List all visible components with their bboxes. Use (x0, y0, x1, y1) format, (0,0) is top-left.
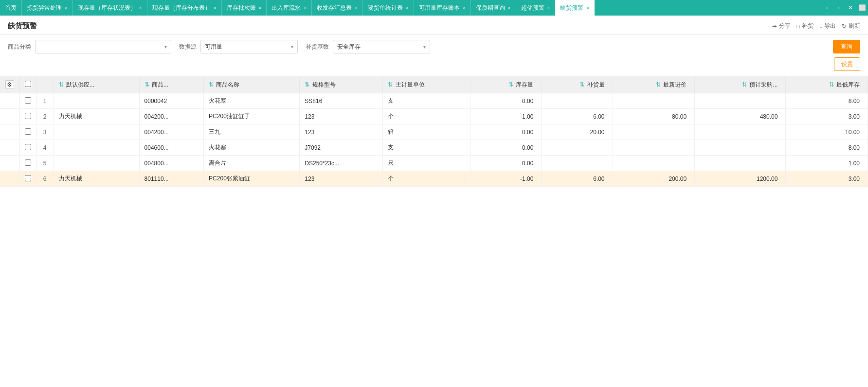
row-checkbox[interactable] (25, 128, 31, 135)
row-min-stock: 8.00 (786, 93, 868, 109)
row-index: 1 (36, 93, 54, 109)
select-all-checkbox[interactable] (25, 81, 31, 87)
row-product-code: 004200... (139, 124, 204, 140)
row-estimated-purchase (695, 140, 786, 156)
table-container: ⚙ ⇅ 默认供应... ⇅ 商品... ⇅ (0, 76, 868, 187)
row-supplier: 力天机械 (54, 171, 139, 187)
close-icon[interactable]: × (406, 5, 409, 11)
close-icon[interactable]: × (304, 5, 307, 11)
close-icon[interactable]: × (214, 5, 217, 11)
tab-inventory-status[interactable]: 现存量（库存状况表） × (73, 0, 147, 16)
tab-nav-actions: ‹ › ✕ ⬜ (821, 4, 868, 11)
row-supplier (54, 140, 139, 156)
row-estimated-purchase: 1200.00 (695, 171, 786, 187)
row-product-code: 0000042 (139, 93, 204, 109)
row-replenish: 6.00 (542, 109, 613, 124)
settings-button[interactable]: 设置 (834, 57, 860, 71)
close-icon[interactable]: × (463, 5, 466, 11)
close-icon[interactable]: × (139, 5, 142, 11)
row-product-name: PC200油缸缸子 (204, 109, 300, 124)
header-actions: ➦ 分享 □ 补货 ↓ 导出 ↻ 刷新 (772, 22, 860, 30)
row-checkbox[interactable] (25, 175, 31, 181)
share-button[interactable]: ➦ 分享 (772, 22, 791, 30)
replenish-base-label: 补货基数 (306, 43, 329, 51)
row-checkbox-cell (19, 93, 36, 109)
table-row: 3 004200... 三九 123 箱 0.00 20.00 10.00 (0, 124, 868, 140)
sort-icon: ⇅ (145, 81, 149, 88)
replenish-button[interactable]: □ 补货 (796, 22, 814, 30)
table-header-row: ⚙ ⇅ 默认供应... ⇅ 商品... ⇅ (0, 76, 868, 93)
sort-icon: ⇅ (388, 81, 393, 88)
close-icon[interactable]: × (586, 5, 589, 11)
close-icon[interactable]: × (355, 5, 358, 11)
row-product-name: 火花塞 (204, 140, 300, 156)
tab-maximize-button[interactable]: ⬜ (856, 4, 868, 11)
row-gear-cell (0, 140, 19, 156)
row-latest-price (613, 93, 695, 109)
row-unit: 只 (383, 156, 470, 171)
close-icon[interactable]: × (508, 5, 511, 11)
tab-overstock[interactable]: 超储预警 × (516, 0, 556, 16)
th-replenish: ⇅ 补货量 (542, 76, 613, 93)
row-checkbox[interactable] (25, 113, 31, 119)
tab-home[interactable]: 首页 (0, 0, 22, 16)
table-body: 1 0000042 火花塞 SS816 支 0.00 8.00 2 力天机械 0… (0, 93, 868, 187)
row-latest-price (613, 124, 695, 140)
close-icon[interactable]: × (259, 5, 262, 11)
row-product-name: 三九 (204, 124, 300, 140)
page-header: 缺货预警 ➦ 分享 □ 补货 ↓ 导出 ↻ 刷新 (0, 16, 868, 35)
row-replenish: 6.00 (542, 171, 613, 187)
row-checkbox-cell (19, 124, 36, 140)
th-product-code: ⇅ 商品... (139, 76, 204, 93)
sort-icon: ⇅ (209, 81, 214, 88)
gear-icon[interactable]: ⚙ (5, 80, 14, 89)
tab-available[interactable]: 可用量库存账本 × (414, 0, 471, 16)
tab-inout[interactable]: 出入库流水 × (267, 0, 312, 16)
row-checkbox-cell (19, 140, 36, 156)
tab-next-button[interactable]: › (833, 4, 845, 11)
table-row: 2 力天机械 004200... PC200油缸缸子 123 个 -1.00 6… (0, 109, 868, 124)
replenish-base-select[interactable]: 安全库存 ▾ (333, 40, 430, 53)
filter-buttons: 查询 (833, 40, 860, 53)
row-latest-price (613, 140, 695, 156)
sort-icon: ⇅ (305, 81, 309, 88)
row-gear-cell (0, 93, 19, 109)
row-unit: 个 (383, 171, 470, 187)
tab-inventory-dist[interactable]: 现存量（库存分布表） × (147, 0, 222, 16)
row-gear-cell (0, 109, 19, 124)
table-row: 6 力天机械 801110... PC200张紧油缸 123 个 -1.00 6… (0, 171, 868, 187)
row-unit: 个 (383, 109, 470, 124)
row-stock: 0.00 (470, 93, 542, 109)
close-icon[interactable]: × (65, 5, 68, 11)
refresh-icon: ↻ (842, 23, 847, 30)
replenish-base-value: 安全库存 (337, 43, 361, 51)
chevron-down-icon: ▾ (164, 44, 167, 50)
row-checkbox[interactable] (25, 97, 31, 104)
refresh-button[interactable]: ↻ 刷新 (842, 22, 860, 30)
row-checkbox[interactable] (25, 144, 31, 150)
row-unit: 箱 (383, 124, 470, 140)
tab-shortage[interactable]: 缺货预警 × (555, 0, 595, 16)
tab-close-button[interactable]: ✕ (845, 4, 856, 11)
tab-prev-button[interactable]: ‹ (821, 4, 833, 11)
export-button[interactable]: ↓ 导出 (819, 22, 836, 30)
row-checkbox-cell (19, 171, 36, 187)
row-index: 4 (36, 140, 54, 156)
query-button[interactable]: 查询 (833, 40, 860, 53)
data-source-select[interactable]: 可用量 ▾ (200, 40, 298, 53)
close-icon[interactable]: × (547, 5, 550, 11)
tab-receive[interactable]: 收发存汇总表 × (312, 0, 363, 16)
tab-batch[interactable]: 库存批次账 × (222, 0, 267, 16)
row-replenish: 20.00 (542, 124, 613, 140)
product-category-select[interactable]: ▾ (35, 40, 171, 53)
table-row: 5 004800... 离合片 DS250*23c... 只 0.00 1.00 (0, 156, 868, 171)
th-gear: ⚙ (0, 76, 19, 93)
tab-demand[interactable]: 要货单统计表 × (363, 0, 414, 16)
data-source-label: 数据源 (179, 43, 197, 51)
tab-abnormal[interactable]: 拣货异常处理 × (22, 0, 73, 16)
th-supplier: ⇅ 默认供应... (54, 76, 139, 93)
row-product-code: 004800... (139, 156, 204, 171)
row-checkbox[interactable] (25, 159, 31, 166)
tab-expiry[interactable]: 保质期查询 × (471, 0, 516, 16)
table-row: 4 004600... 火花塞 J7092 支 0.00 8.00 (0, 140, 868, 156)
